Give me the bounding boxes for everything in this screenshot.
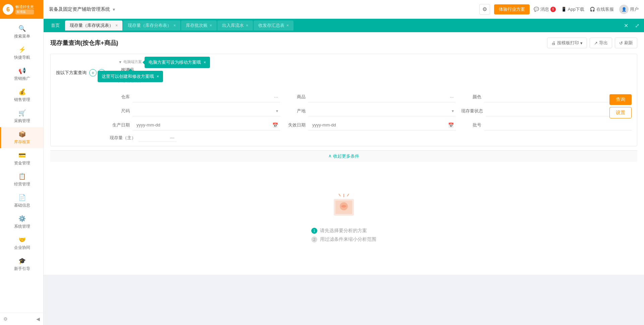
sidebar-item-finance[interactable]: 💳 资金管理 — [0, 148, 43, 169]
tab-label: 库存批次账 — [186, 22, 208, 29]
filter-batch: 批号 — [461, 120, 632, 130]
sidebar-item-system[interactable]: ⚙️ 系统管理 — [0, 212, 43, 233]
tab-close-icon[interactable]: × — [115, 23, 118, 28]
tab-label: 收发存汇总表 — [258, 22, 284, 29]
message-label: 消息 — [540, 6, 549, 12]
filter-color: 颜色 ▾ — [461, 92, 632, 102]
sidebar-item-guide[interactable]: 🎓 新手引导 — [0, 254, 43, 275]
expand-icon[interactable]: ⤢ — [633, 22, 641, 30]
message-action[interactable]: 💬 消息 8 — [534, 6, 556, 12]
step-text-1: 请先选择要分析的方案 — [320, 228, 367, 234]
app-name: 畅通好生意 — [15, 4, 34, 9]
sidebar-item-nav[interactable]: ⚡ 快捷导航 — [0, 43, 43, 64]
sidebar-item-label: 企业协同 — [14, 245, 30, 251]
user-action[interactable]: 👤 用户 — [619, 5, 639, 14]
edit-tooltip-text: 这里可以创建和修改方案哦 — [102, 73, 154, 79]
tab-close-icon[interactable]: × — [173, 23, 176, 28]
warehouse-dots-icon[interactable]: ··· — [274, 94, 278, 100]
expire-date-input[interactable] — [310, 121, 447, 129]
tab-home[interactable]: 首页 — [46, 20, 64, 31]
sidebar-item-collab[interactable]: 🤝 企业协同 — [0, 233, 43, 254]
tab-summary[interactable]: 收发存汇总表 × — [254, 20, 293, 31]
filter-expire-date: 失效日期 📅 — [285, 120, 456, 130]
sidebar-item-inventory[interactable]: 📦 库存核算 — [0, 127, 43, 148]
filter-status: 现存量状态 ▾ — [461, 106, 632, 116]
color-input[interactable] — [486, 93, 626, 101]
user-label: 用户 — [630, 6, 639, 12]
sidebar-item-search[interactable]: 🔍 搜索菜单 — [0, 21, 43, 43]
tab-close-icon[interactable]: × — [246, 23, 248, 28]
sidebar-item-basic[interactable]: 📄 基础信息 — [0, 191, 43, 212]
tooltip-close-1[interactable]: × — [204, 60, 206, 65]
tab-close-icon[interactable]: × — [286, 23, 289, 28]
goods-input[interactable] — [310, 93, 448, 101]
reset-button[interactable]: 设置 — [609, 107, 632, 118]
print-button[interactable]: 🖨 按模板打印 ▾ — [547, 38, 587, 48]
sidebar-item-label: 库存核算 — [14, 139, 30, 145]
expire-calendar-icon[interactable]: 📅 — [448, 122, 454, 128]
status-input[interactable] — [488, 107, 626, 115]
sidebar-item-label: 快捷导航 — [14, 55, 30, 60]
sidebar-item-label: 资金管理 — [14, 160, 30, 166]
refresh-icon: ↺ — [619, 41, 623, 46]
scheme-group-arrow[interactable]: ▼ — [118, 60, 122, 64]
sidebar-item-sales[interactable]: 💰 销售管理 — [0, 85, 43, 106]
collapse-label: 收起更多条件 — [333, 153, 359, 159]
collab-icon: 🤝 — [18, 236, 26, 243]
tab-label: 出入库流水 — [222, 22, 244, 29]
tab-inventory-status[interactable]: 现存量（库存状况表） × — [65, 20, 122, 31]
origin-input[interactable] — [310, 107, 450, 115]
empty-state: 1 请先选择要分析的方案 2 用过滤条件来缩小分析范围 — [50, 162, 637, 269]
tab-close-icon[interactable]: × — [210, 23, 212, 28]
empty-steps: 1 请先选择要分析的方案 2 用过滤条件来缩小分析范围 — [311, 228, 376, 242]
tab-batch[interactable]: 库存批次账 × — [181, 20, 217, 31]
app-download-action[interactable]: 📱 App下载 — [561, 6, 584, 12]
print-icon: 🖨 — [551, 41, 556, 46]
basic-icon: 📄 — [18, 194, 26, 201]
settings-button[interactable]: ⚙ — [479, 4, 490, 15]
tab-flow[interactable]: 出入库流水 × — [217, 20, 253, 31]
filter-row-1: 仓库 ··· 商品 ··· — [110, 92, 632, 102]
settings-icon[interactable]: ⚙ — [3, 316, 8, 322]
online-support-action[interactable]: 🎧 在线客服 — [590, 6, 614, 12]
filter-row-3: 生产日期 📅 失效日期 📅 — [110, 120, 632, 130]
finance-icon: 💳 — [18, 152, 26, 159]
quantity-from-input[interactable] — [141, 135, 167, 140]
logo-area: 6 畅通好生意 标准版 — [0, 0, 43, 19]
marketing-icon: 📢 — [18, 67, 26, 74]
refresh-button[interactable]: ↺ 刷新 — [615, 38, 637, 48]
warehouse-input[interactable] — [135, 93, 273, 101]
tab-inventory-dist[interactable]: 现存量（库存分布表） × — [123, 20, 180, 31]
sidebar-item-label: 销售管理 — [14, 97, 30, 103]
sidebar-item-marketing[interactable]: 📢 营销推广 — [0, 64, 43, 85]
collapse-bar[interactable]: ∧ 收起更多条件 — [50, 150, 637, 162]
edit-tooltip-close[interactable]: × — [157, 74, 159, 79]
origin-arrow-icon[interactable]: ▾ — [452, 109, 454, 113]
sidebar-item-label: 基础信息 — [14, 203, 30, 208]
produce-calendar-icon[interactable]: 📅 — [272, 122, 278, 128]
goods-dots-icon[interactable]: ··· — [450, 94, 454, 100]
sidebar-item-purchase[interactable]: 🛒 采购管理 — [0, 106, 43, 127]
search-button[interactable]: 查询 — [609, 94, 632, 105]
filter-size: 尺码 ▾ — [110, 106, 280, 116]
size-arrow-icon[interactable]: ▾ — [276, 109, 278, 113]
app-badge: 标准版 — [15, 9, 34, 14]
industry-button[interactable]: 体验行业方案 — [494, 4, 530, 14]
step-num-2: 2 — [311, 236, 317, 242]
step-num-1: 1 — [311, 228, 317, 234]
empty-step-1: 1 请先选择要分析的方案 — [311, 228, 376, 234]
size-input[interactable] — [135, 107, 275, 115]
batch-input[interactable] — [486, 121, 630, 129]
sidebar-item-management[interactable]: 📋 经营管理 — [0, 169, 43, 191]
nav-icon: ⚡ — [18, 46, 26, 53]
filter-add-button[interactable]: + — [89, 69, 97, 76]
collapse-sidebar-icon[interactable]: ◀ — [36, 316, 40, 322]
sidebar-item-label: 营销推广 — [14, 76, 30, 82]
sidebar-item-label: 系统管理 — [14, 224, 30, 229]
header-right: 💬 消息 8 📱 App下载 🎧 在线客服 👤 用户 — [534, 5, 639, 14]
export-button[interactable]: ↗ 导出 — [590, 38, 612, 48]
tab-label: 现存量（库存分布表） — [128, 22, 171, 29]
produce-date-input[interactable] — [135, 121, 271, 129]
message-icon: 💬 — [534, 7, 539, 12]
close-all-icon[interactable]: ✕ — [622, 22, 630, 30]
